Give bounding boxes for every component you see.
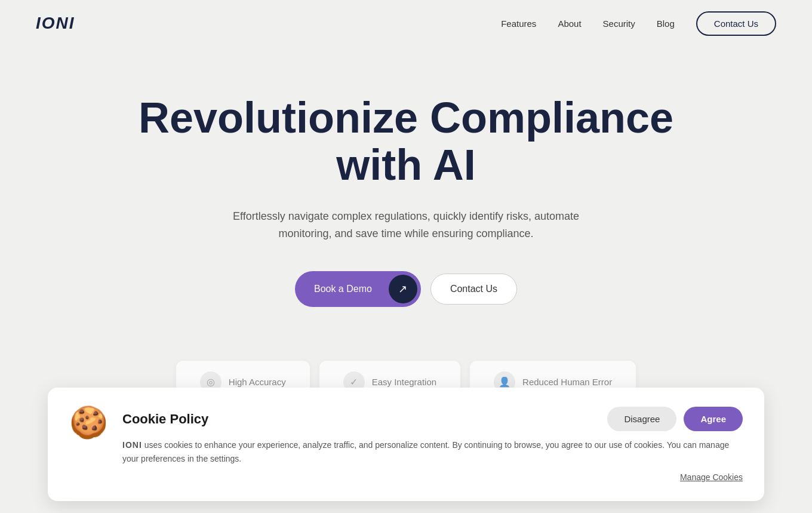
cookie-banner: 🍪 Cookie Policy Disagree Agree IONI uses… [48, 388, 764, 501]
cookie-body-text: uses cookies to enhance your experience,… [122, 440, 729, 463]
cookie-actions: Disagree Agree [607, 407, 743, 431]
cookie-text: IONI uses cookies to enhance your experi… [122, 438, 743, 465]
cookie-title: Cookie Policy [122, 411, 208, 427]
cookie-content: Cookie Policy Disagree Agree IONI uses c… [122, 407, 743, 465]
agree-button[interactable]: Agree [684, 407, 743, 431]
hero-contact-button[interactable]: Contact Us [430, 274, 517, 305]
book-demo-button[interactable]: Book a Demo ↗ [295, 271, 421, 307]
cookie-header: Cookie Policy Disagree Agree [122, 407, 743, 431]
cookie-icon: 🍪 [69, 407, 108, 438]
hero-section: Revolutionize Compliance with AI Effortl… [0, 47, 812, 343]
navbar: IONI Features About Security Blog Contac… [0, 0, 812, 47]
nav-links: Features About Security Blog Contact Us [501, 11, 776, 36]
disagree-button[interactable]: Disagree [607, 407, 676, 431]
nav-contact-button[interactable]: Contact Us [696, 11, 776, 36]
cookie-manage-row: Manage Cookies [69, 472, 743, 482]
hero-title: Revolutionize Compliance with AI [139, 94, 673, 189]
hero-title-line1: Revolutionize Compliance [139, 94, 673, 142]
cookie-brand: IONI [122, 440, 142, 450]
cookie-overlay: 🍪 Cookie Policy Disagree Agree IONI uses… [0, 376, 812, 513]
hero-subtitle: Effortlessly navigate complex regulation… [233, 208, 579, 242]
nav-item-security[interactable]: Security [603, 19, 635, 29]
logo: IONI [36, 14, 75, 33]
nav-item-features[interactable]: Features [501, 19, 536, 29]
hero-title-line2: with AI [336, 141, 475, 189]
nav-item-about[interactable]: About [558, 19, 581, 29]
hero-buttons: Book a Demo ↗ Contact Us [295, 271, 517, 307]
nav-item-blog[interactable]: Blog [657, 19, 675, 29]
arrow-icon: ↗ [389, 275, 417, 303]
book-demo-label: Book a Demo [295, 274, 389, 304]
manage-cookies-button[interactable]: Manage Cookies [680, 472, 743, 482]
cookie-top: 🍪 Cookie Policy Disagree Agree IONI uses… [69, 407, 743, 465]
